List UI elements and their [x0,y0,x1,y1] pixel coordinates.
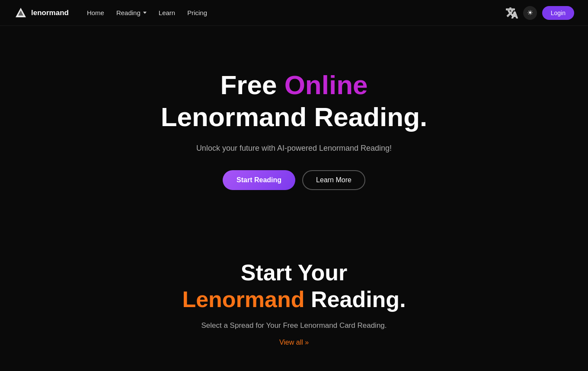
section-title-suffix: Reading. [311,287,406,312]
nav-pricing[interactable]: Pricing [183,6,211,19]
hero-title-prefix: Free [220,70,284,100]
reading-section: Start Your Lenormand Reading. Select a S… [0,225,588,364]
hero-title-accent: Online [284,70,368,100]
theme-toggle-button[interactable]: ☀ [523,6,537,20]
hero-section: Free Online Lenormand Reading. Unlock yo… [0,26,588,225]
nav-left: lenormand Home Reading Learn Pricing [14,6,211,20]
hero-buttons: Start Reading Learn More [14,170,574,190]
start-reading-button[interactable]: Start Reading [223,170,295,190]
spread-card-grid: 🫙 ✨ 🌿 🏰 [0,364,588,371]
nav-right: ☀ Login [506,6,574,20]
hero-title-suffix: Lenormand Reading. [161,102,428,132]
hero-title: Free Online Lenormand Reading. [14,69,574,133]
translate-icon[interactable] [506,7,518,19]
login-button[interactable]: Login [542,6,574,20]
learn-more-button[interactable]: Learn More [302,170,365,190]
section-title-prefix: Start Your [241,260,348,285]
logo[interactable]: lenormand [14,6,69,20]
reading-chevron-icon [143,12,147,14]
view-all-link[interactable]: View all » [279,339,309,346]
brand-name: lenormand [31,9,69,17]
nav-home[interactable]: Home [83,6,109,19]
hero-subtitle: Unlock your future with AI-powered Lenor… [14,142,574,155]
section-subtitle: Select a Spread for Your Free Lenormand … [14,320,574,331]
nav-links: Home Reading Learn Pricing [83,6,211,19]
nav-learn[interactable]: Learn [154,6,179,19]
sun-icon: ☀ [527,9,533,17]
navbar: lenormand Home Reading Learn Pricing ☀ L… [0,0,588,26]
section-title-accent: Lenormand [182,287,304,312]
nav-reading[interactable]: Reading [112,6,151,19]
section-title: Start Your Lenormand Reading. [14,259,574,313]
